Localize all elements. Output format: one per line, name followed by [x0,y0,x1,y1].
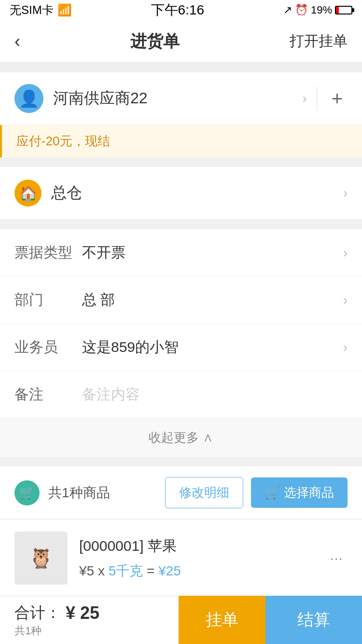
nav-bar: ‹ 进货单 打开挂单 [0,20,362,63]
checkout-button[interactable]: 结算 [265,596,362,644]
carrier-label: 无SIM卡 [10,2,54,18]
supplier-divider [317,86,317,111]
salesman-chevron-icon: › [343,340,348,355]
total-sub: 共1种 [14,624,164,638]
total-label: 合计： [14,602,61,624]
salesman-label: 业务员 [14,337,82,357]
supplier-avatar: 👤 [14,84,43,113]
warehouse-section: 🏠 总仓 › [0,167,362,219]
product-logo-icon: 🦉 [29,547,53,570]
invoice-label: 票据类型 [14,243,82,263]
supplier-name: 河南供应商22 [53,88,302,109]
product-header: 🛒 共1种商品 修改明细 🛒 选择商品 [0,466,362,519]
supplier-section: 👤 河南供应商22 › + 应付-20元，现结 [0,72,362,157]
product-item: 🦉 [0000001] 苹果 ¥5 x 5千克 = ¥25 ··· [0,520,362,596]
gap-3 [0,219,362,229]
qty-value: 5千克 [109,563,143,578]
salesman-value: 这是859的小智 [82,337,343,357]
gap-2 [0,157,362,167]
salesman-row[interactable]: 业务员 这是859的小智 › [0,323,362,371]
hold-button[interactable]: 挂单 [179,596,265,644]
product-name: 苹果 [148,538,177,554]
remark-row[interactable]: 备注 备注内容 [0,371,362,418]
total-main: 合计： ¥ 25 [14,602,164,624]
select-product-button[interactable]: 🛒 选择商品 [251,477,348,508]
edit-detail-button[interactable]: 修改明细 [165,477,243,508]
status-right: ↗ ⏰ 19% [283,4,352,16]
battery-icon [335,6,352,14]
equals-sign: = [143,563,158,578]
total-amount: ¥ 25 [66,603,99,623]
dept-chevron-icon: › [343,293,348,308]
collapse-button[interactable]: 收起更多 ∧ [0,418,362,457]
status-bar: 无SIM卡 📶 下午6:16 ↗ ⏰ 19% [0,0,362,20]
product-code: [0000001] [79,538,148,554]
total-price: ¥25 [158,563,181,578]
battery-percent: 19% [311,4,332,16]
bottom-bar: 合计： ¥ 25 共1种 挂单 结算 [0,596,362,644]
product-price: ¥5 x 5千克 = ¥25 [79,562,325,580]
dept-label: 部门 [14,290,82,310]
product-icon: 🛒 [14,480,40,505]
product-info: [0000001] 苹果 ¥5 x 5千克 = ¥25 [79,536,325,580]
warehouse-icon: 🏠 [14,180,42,207]
remark-label: 备注 [14,385,82,405]
cart-icon: 🛒 [265,485,280,500]
select-product-label: 选择商品 [284,484,334,501]
gap-1 [0,63,362,72]
supplier-row[interactable]: 👤 河南供应商22 › + [0,72,362,125]
dept-row[interactable]: 部门 总 部 › [0,276,362,323]
open-pending-button[interactable]: 打开挂单 [290,31,348,51]
page-title: 进货单 [130,30,180,53]
status-time: 下午6:16 [151,1,205,19]
product-count-label: 共1种商品 [48,484,165,502]
product-title: [0000001] 苹果 [79,536,325,556]
add-supplier-button[interactable]: + [327,88,348,110]
remark-input[interactable]: 备注内容 [82,385,348,405]
status-left: 无SIM卡 📶 [10,2,72,18]
warehouse-row[interactable]: 🏠 总仓 › [0,167,362,219]
dept-value: 总 部 [82,290,343,310]
back-button[interactable]: ‹ [14,31,20,52]
supplier-info-banner: 应付-20元，现结 [0,125,362,157]
warehouse-chevron-icon: › [343,185,348,201]
unit-price: ¥5 x [79,563,109,578]
gap-4 [0,457,362,466]
location-icon: ↗ [283,4,292,16]
invoice-value: 不开票 [82,243,343,263]
alarm-icon: ⏰ [295,4,308,16]
product-thumbnail: 🦉 [14,532,68,585]
invoice-row[interactable]: 票据类型 不开票 › [0,229,362,276]
form-section: 票据类型 不开票 › 部门 总 部 › 业务员 这是859的小智 › 备注 备注… [0,229,362,457]
wifi-icon: 📶 [57,3,72,17]
warehouse-name: 总仓 [51,182,343,204]
supplier-chevron-icon: › [302,91,306,106]
product-more-button[interactable]: ··· [325,545,348,572]
total-section: 合计： ¥ 25 共1种 [0,596,179,644]
invoice-chevron-icon: › [343,245,348,261]
